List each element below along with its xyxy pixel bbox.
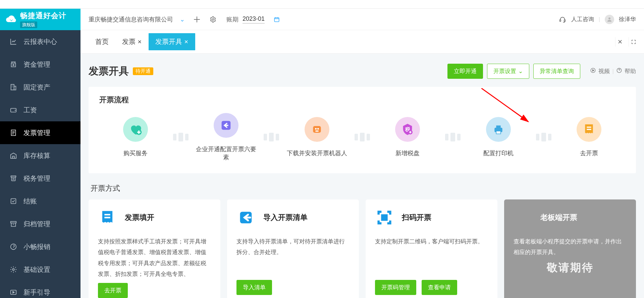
svg-rect-4: [11, 199, 16, 204]
flow-step-2[interactable]: 企业开通配置开票六要素: [194, 113, 258, 161]
tab-首页[interactable]: 首页: [89, 33, 115, 50]
sidebar-item-label: 云报表中心: [23, 37, 57, 46]
tax-icon: [9, 174, 17, 182]
sidebar-item-label: 基础设置: [23, 265, 50, 274]
warehouse-icon: [9, 152, 17, 160]
config-icon: [214, 113, 238, 138]
consult-link[interactable]: 人工咨询: [571, 15, 594, 23]
calendar-icon[interactable]: [273, 15, 281, 23]
method-card-2: 导入开票清单支持导入待开票清单，可对待开票清单进行拆分、合并处理。导入清单: [227, 199, 359, 298]
sidebar-item-wallet[interactable]: 工资: [0, 99, 80, 121]
browser-chrome-spacer: [0, 0, 644, 9]
open-now-button[interactable]: 立即开通: [447, 64, 483, 79]
company-name: 重庆畅捷交通信息咨询有限公司: [89, 15, 173, 23]
close-icon[interactable]: ✕: [184, 39, 189, 45]
sidebar-item-close-book[interactable]: 结账: [0, 190, 80, 213]
cloud-logo-icon: [5, 13, 17, 25]
card-title: 发票填开: [125, 213, 154, 223]
sidebar-item-tax[interactable]: 税务管理: [0, 167, 80, 190]
flow-step-6[interactable]: 去开票: [557, 117, 621, 157]
flow-connector: [536, 133, 551, 141]
flow-connector: [173, 133, 189, 141]
card-icon: [514, 208, 532, 227]
flow-step-label: 企业开通配置开票六要素: [194, 145, 258, 161]
receipt-blue-icon: [98, 208, 117, 227]
page-titlebar: 发票开具 待开通 立即开通 开票设置 ⌄ 异常清单查询 视频 | 帮助: [89, 64, 636, 79]
card-action-button[interactable]: 导入清单: [236, 280, 272, 295]
printer-icon: [486, 117, 511, 142]
svg-point-13: [608, 17, 610, 19]
svg-point-20: [315, 128, 317, 130]
sidebar-item-warehouse[interactable]: 库存核算: [0, 144, 80, 167]
sidebar-item-label: 税务管理: [23, 174, 50, 183]
svg-rect-27: [496, 131, 500, 134]
period-label: 账期: [226, 15, 238, 23]
sidebar-item-label: 新手引导: [23, 288, 50, 297]
flow-step-label: 去开票: [580, 149, 598, 157]
card-action-button[interactable]: 开票码管理: [375, 280, 416, 295]
flow-step-1[interactable]: 购买服务: [104, 117, 167, 157]
tab-发票[interactable]: 发票✕: [115, 33, 149, 50]
method-card-4: 老板端开票查看老板端小程序提交的开票申请，并作出相应的开票开具。敬请期待: [504, 199, 636, 298]
tab-close-all[interactable]: ✕: [615, 37, 625, 47]
tab-发票开具[interactable]: 发票开具✕: [149, 33, 195, 50]
main-content: 发票开具 待开通 立即开通 开票设置 ⌄ 异常清单查询 视频 | 帮助 开票流程…: [80, 54, 644, 298]
exception-query-button[interactable]: 异常清单查询: [533, 64, 580, 79]
svg-rect-1: [14, 86, 16, 90]
period-value[interactable]: 2023-01: [243, 15, 265, 23]
gear-icon[interactable]: [209, 15, 217, 23]
sidebar-item-building[interactable]: 固定资产: [0, 76, 80, 99]
logo: 畅捷通好会计 旗舰版: [0, 9, 80, 30]
sidebar-item-archive[interactable]: 归档管理: [0, 213, 80, 235]
card-desc: 支持定制开票二维码，客户端可扫码开票。: [375, 236, 488, 277]
svg-rect-0: [11, 84, 14, 90]
help-icon: [616, 68, 622, 75]
company-selector[interactable]: 重庆畅捷交通信息咨询有限公司 ⌄: [89, 15, 185, 23]
sidebar-item-reimburse[interactable]: 小畅报销: [0, 235, 80, 258]
card-desc: 支持导入待开票清单，可对待开票清单进行拆分、合并处理。: [236, 236, 350, 277]
help-link[interactable]: 帮助: [625, 67, 636, 75]
invoice-settings-button[interactable]: 开票设置 ⌄: [487, 64, 529, 79]
svg-point-6: [11, 244, 16, 250]
svg-point-9: [212, 18, 214, 20]
sidebar: 畅捷通好会计 旗舰版 云报表中心资金管理固定资产工资发票管理库存核算税务管理结账…: [0, 9, 80, 298]
flow-step-4[interactable]: 税新增税盘: [376, 117, 439, 157]
settings-icon: [9, 265, 17, 274]
money-icon: [9, 60, 17, 68]
fullscreen-icon[interactable]: [629, 37, 638, 47]
headset-icon[interactable]: [558, 15, 567, 23]
close-icon[interactable]: ✕: [138, 39, 142, 45]
method-card-1: 发票填开支持按照发票样式手工填开发票；可开具增值税电子普通发票、增值税普通发票、…: [89, 199, 220, 298]
svg-rect-11: [560, 19, 561, 21]
sidebar-item-invoice[interactable]: 发票管理: [0, 121, 80, 144]
flow-step-label: 新增税盘: [395, 149, 420, 157]
avatar[interactable]: [605, 15, 614, 24]
sidebar-item-money[interactable]: 资金管理: [0, 53, 80, 76]
sidebar-item-guide[interactable]: 新手引导: [0, 281, 80, 298]
card-action-button[interactable]: 去开票: [98, 283, 128, 298]
add-button[interactable]: [193, 15, 201, 23]
flow-step-label: 购买服务: [123, 149, 148, 157]
wallet-icon: [9, 106, 17, 114]
username[interactable]: 徐泽华: [619, 15, 636, 23]
import-icon: [236, 208, 255, 227]
flow-step-3[interactable]: 下载并安装开票机器人: [285, 117, 349, 157]
receipt-icon: [577, 117, 601, 142]
tab-bar: 首页发票✕发票开具✕ ✕: [80, 30, 644, 54]
svg-point-7: [12, 269, 14, 271]
flow-connector: [355, 133, 370, 141]
flow-heading: 开票流程: [99, 95, 625, 105]
building-icon: [9, 83, 17, 91]
sidebar-item-chart[interactable]: 云报表中心: [0, 30, 80, 53]
chevron-down-icon: ⌄: [518, 68, 523, 75]
reimburse-icon: [9, 243, 17, 251]
sidebar-item-settings[interactable]: 基础设置: [0, 258, 80, 281]
flow-connector: [445, 133, 461, 141]
video-link[interactable]: 视频: [598, 67, 610, 75]
coming-soon-overlay: 敬请期待: [504, 260, 636, 275]
guide-icon: [9, 288, 17, 296]
sidebar-item-label: 发票管理: [23, 128, 50, 137]
card-action-button[interactable]: 查看申请: [422, 280, 457, 295]
page-title: 发票开具: [89, 64, 129, 78]
flow-step-5[interactable]: 配置打印机: [467, 117, 530, 157]
